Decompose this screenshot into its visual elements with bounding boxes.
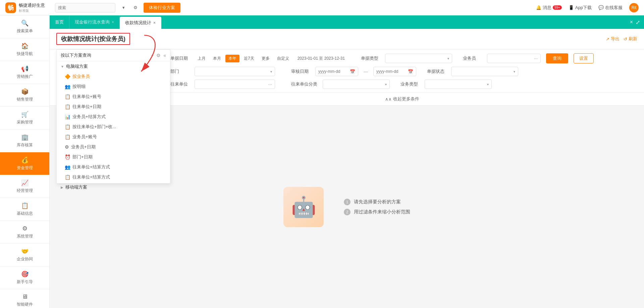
filter-review-date-to[interactable]: 📅: [373, 67, 416, 76]
scheme-item-by-detail[interactable]: 👥 按明细: [57, 82, 170, 92]
scheme-add-button[interactable]: +: [151, 53, 154, 58]
tab-close-all-icon[interactable]: ×: [630, 19, 633, 25]
date-tab-custom[interactable]: 自定义: [274, 55, 292, 62]
collapse-more-bar[interactable]: ∧∧ 收起更多条件: [164, 92, 644, 105]
scheme-settings-button[interactable]: ⚙: [156, 53, 161, 58]
sidebar-item-smart-hardware[interactable]: 🖥 智能硬件: [0, 289, 49, 308]
scheme-item-partner-dept[interactable]: 📋 按往来单位+部门+收...: [57, 122, 170, 132]
trial-button[interactable]: 体验行业方案: [144, 3, 180, 13]
sidebar-label-system: 系统管理: [17, 234, 33, 239]
filter-salesman-select[interactable]: ···: [487, 54, 541, 63]
refresh-label: 刷新: [629, 36, 637, 42]
review-date-to-input[interactable]: [376, 69, 407, 74]
scheme-item-salesman-account[interactable]: 📋 业务员+账号: [57, 132, 170, 142]
tab-bank-flow-close[interactable]: ×: [112, 20, 114, 24]
sidebar-item-capital[interactable]: 💰 资金管理: [0, 152, 49, 175]
sidebar-item-sales[interactable]: 📦 销售管理: [0, 84, 49, 107]
sidebar-item-quick-nav[interactable]: 🏠 快捷导航: [0, 38, 49, 61]
scheme-item-dept-date[interactable]: ⏰ 部门+日期: [57, 152, 170, 162]
sidebar-item-guide[interactable]: 🎯 新手引导: [0, 266, 49, 289]
scheme-item-partner-settlement2[interactable]: 📋 往来单位+结算方式: [57, 172, 170, 182]
sidebar-item-system[interactable]: ⚙ 系统管理: [0, 221, 49, 244]
filter-business-type-select[interactable]: ▾: [425, 80, 492, 89]
app-download-item[interactable]: 📱 App下载: [569, 5, 592, 11]
tip-item-1: 1 请先选择要分析的方案: [344, 199, 410, 205]
tab-home-label: 首页: [55, 19, 64, 25]
filter-rows: 单据日期 上月 本月 本年 近7天 更多 自定义 2023-01-01 至: [170, 53, 637, 89]
refresh-button[interactable]: ↺ 刷新: [624, 36, 637, 42]
logo-text: 畅捷通好生意: [19, 2, 45, 8]
enterprise-icon: 🤝: [21, 248, 29, 255]
sidebar-label-capital: 资金管理: [17, 165, 33, 171]
date-from: 2023-01-01: [298, 56, 318, 61]
scheme-item-salesman-account-icon: 📋: [65, 134, 70, 140]
sidebar-item-enterprise[interactable]: 🤝 企业协同: [0, 244, 49, 266]
tab-home[interactable]: 首页: [50, 15, 69, 29]
inventory-icon: 🏢: [21, 134, 29, 141]
sidebar-item-basic-info[interactable]: 📋 基础信息: [0, 198, 49, 221]
scheme-desktop-group-header[interactable]: ▼ 电脑端方案: [57, 61, 170, 71]
scheme-item-partner-dept-label: 按往来单位+部门+收...: [72, 124, 116, 130]
tab-receipt-stats[interactable]: 收款情况统计 ×: [120, 17, 161, 29]
filter-salesman-more-icon[interactable]: ···: [534, 56, 538, 61]
tab-receipt-stats-close[interactable]: ×: [153, 20, 156, 25]
scheme-item-salesman-settlement[interactable]: 📊 业务员+结算方式: [57, 112, 170, 122]
scheme-mobile-group-header[interactable]: ▶ 移动端方案: [57, 182, 170, 192]
filter-doctype-select[interactable]: ▾: [385, 54, 452, 63]
notification-label: 消息: [543, 5, 551, 11]
tip-item-2: 2 用过滤条件来缩小分析范围: [344, 209, 410, 215]
notification-item[interactable]: 🔔 消息 99+: [536, 5, 562, 11]
scheme-item-partner-dept-icon: 📋: [65, 124, 70, 130]
date-tab-more[interactable]: 更多: [259, 55, 273, 62]
filter-docstatus-select[interactable]: ▾: [451, 67, 518, 76]
guide-icon: 🎯: [21, 270, 29, 278]
sidebar-item-marketing[interactable]: 📢 营销推广: [0, 61, 49, 84]
sidebar-item-operation[interactable]: 📈 经营管理: [0, 175, 49, 198]
settings-button[interactable]: 设置: [574, 53, 594, 63]
filter-partner-select[interactable]: ···: [195, 80, 275, 89]
scheme-item-partner-settlement2-label: 往来单位+结算方式: [72, 174, 110, 180]
page-actions: ↗ 导出 ↺ 刷新: [606, 36, 637, 42]
header-dropdown-icon[interactable]: ▾: [119, 4, 127, 12]
query-button[interactable]: 查询: [546, 53, 568, 63]
logo-area: 畅 畅捷通好生意 标准版: [5, 2, 55, 13]
scheme-item-partner-settlement1[interactable]: 👥 往来单位+结算方式: [57, 162, 170, 172]
filter-partner-category-select[interactable]: ▾: [323, 80, 390, 89]
export-button[interactable]: ↗ 导出: [606, 36, 620, 42]
main-layout: 🔍 搜索菜单 🏠 快捷导航 📢 营销推广 📦 销售管理 🛒 采购管理 🏢 库存核…: [0, 15, 644, 308]
calendar-icon-to[interactable]: 📅: [408, 69, 413, 74]
scheme-item-partner-account[interactable]: 📋 往来单位+账号: [57, 92, 170, 102]
scheme-panel-collapse-button[interactable]: «: [163, 53, 166, 58]
date-tab-prev-month[interactable]: 上月: [195, 55, 209, 62]
logo-badge: 标准版: [19, 8, 45, 13]
calendar-icon-from[interactable]: 📅: [350, 69, 355, 74]
header-search-input[interactable]: [55, 3, 115, 12]
scheme-item-salesman-date[interactable]: ⚙ 业务员+日期: [57, 142, 170, 152]
tab-maximize-icon[interactable]: ⤢: [636, 19, 640, 25]
online-service-item[interactable]: 💬 在线客服: [598, 5, 623, 11]
sidebar-item-inventory[interactable]: 🏢 库存核算: [0, 130, 49, 152]
filter-dept-select[interactable]: ▾: [195, 67, 275, 76]
sidebar-item-search-menu[interactable]: 🔍 搜索菜单: [0, 15, 49, 38]
export-icon: ↗: [606, 37, 609, 42]
date-tab-last-7days[interactable]: 近7天: [241, 55, 257, 62]
tip-text-2: 用过滤条件来缩小分析范围: [354, 209, 410, 215]
review-date-from-input[interactable]: [318, 69, 348, 74]
scheme-item-by-salesman[interactable]: 🔶 按业务员: [57, 71, 170, 82]
collapse-more-label: 收起更多条件: [393, 96, 419, 102]
scheme-desktop-group-label: 电脑端方案: [66, 63, 88, 69]
header-nav: ▾ ⚙ 体验行业方案: [55, 3, 536, 13]
filter-review-date-from[interactable]: 📅: [315, 67, 358, 76]
user-avatar[interactable]: Rit: [629, 3, 639, 12]
date-tab-this-month[interactable]: 本月: [210, 55, 224, 62]
scheme-item-partner-date[interactable]: 📋 往来单位+日期: [57, 102, 170, 112]
purchase-icon: 🛒: [21, 111, 29, 118]
header-gear-icon[interactable]: ⚙: [131, 4, 140, 12]
content-tips: 1 请先选择要分析的方案 2 用过滤条件来缩小分析范围: [344, 199, 410, 215]
header-right: 🔔 消息 99+ 📱 App下载 💬 在线客服 Rit: [536, 3, 639, 12]
sidebar-item-purchase[interactable]: 🛒 采购管理: [0, 107, 49, 130]
capital-icon: 💰: [21, 156, 29, 164]
date-tab-this-year[interactable]: 本年: [225, 55, 239, 62]
tab-bank-flow[interactable]: 现金银行流水查询 ×: [69, 15, 120, 29]
filter-partner-more-icon[interactable]: ···: [268, 82, 272, 87]
